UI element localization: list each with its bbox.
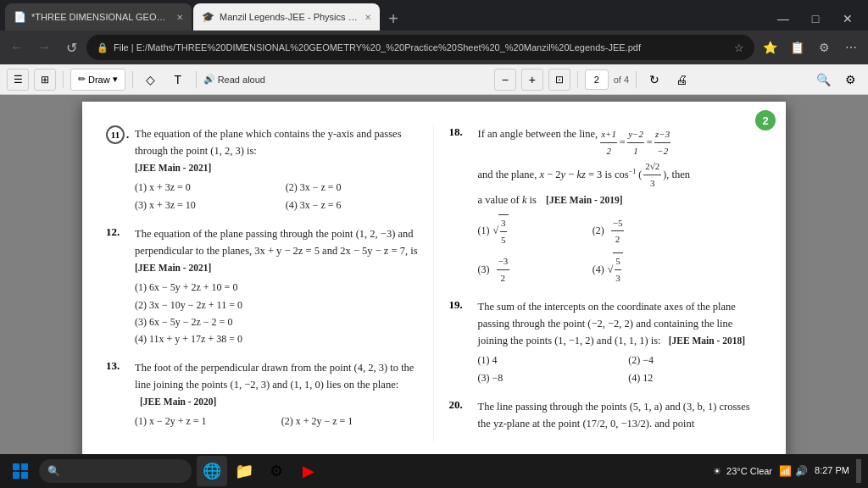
- time-display: 8:27 PM: [815, 464, 849, 477]
- pdf-viewer: 2 11. The equation of the plane which co…: [0, 95, 868, 488]
- q12-opt4: (4) 11x + y + 17z + 38 = 0: [135, 331, 420, 347]
- svg-rect-3: [21, 472, 28, 479]
- search-icon: 🔍: [47, 465, 60, 477]
- q11-opt3: (3) x + 3z = 10: [135, 197, 269, 214]
- q13-number: 13.: [106, 359, 130, 373]
- weather-temp: 23°C Clear: [726, 466, 772, 476]
- address-text: File | E:/Maths/THREE%20DIMENSIONAL%20GE…: [114, 42, 729, 53]
- tab-2-icon: 🎓: [202, 11, 214, 23]
- collections-button[interactable]: 📋: [785, 36, 809, 59]
- question-11: 11. The equation of the plane which cont…: [106, 125, 420, 214]
- question-18: 18. If an angle between the line, x+1 2: [449, 125, 763, 286]
- q13-opt1: (1) x − 2y + z = 1: [135, 413, 273, 430]
- q18-source: [JEE Main - 2019]: [546, 195, 622, 205]
- network-icon: 📶: [779, 465, 792, 477]
- favorites-button[interactable]: ⭐: [758, 36, 782, 59]
- eraser-button[interactable]: ◇: [140, 69, 162, 91]
- start-button[interactable]: [7, 458, 34, 485]
- clock[interactable]: 8:27 PM: [815, 464, 849, 477]
- q11-source: [JEE Main - 2021]: [135, 163, 211, 173]
- taskbar-app-explorer[interactable]: 📁: [229, 456, 259, 486]
- forward-button[interactable]: →: [32, 36, 56, 59]
- tab-2-close[interactable]: ✕: [364, 13, 371, 22]
- q20-and-point: and point: [654, 418, 694, 430]
- q18-opt2: (2) −52: [593, 215, 690, 247]
- minimize-button[interactable]: —: [768, 7, 798, 30]
- q12-source: [JEE Main - 2021]: [135, 263, 211, 273]
- tab-1-icon: 📄: [14, 11, 26, 23]
- q19-opt3: (3) −8: [478, 370, 612, 386]
- thumbnail-button[interactable]: ⊞: [34, 69, 56, 91]
- q13-opt2: (2) x + 2y − z = 1: [281, 413, 420, 430]
- tab-2[interactable]: 🎓 Manzil Legends-JEE - Physics Wa ✕: [193, 3, 380, 30]
- q19-number: 19.: [449, 298, 473, 312]
- tab-1-close[interactable]: ✕: [176, 13, 183, 22]
- svg-rect-2: [13, 472, 19, 479]
- q11-opt1: (1) x + 3z = 0: [135, 180, 269, 196]
- new-tab-button[interactable]: +: [381, 7, 405, 30]
- settings-button[interactable]: ⚙: [812, 36, 836, 59]
- q18-opt3: (3) −32: [478, 253, 576, 286]
- svg-rect-0: [13, 463, 19, 470]
- q11-opt4: (4) 3x − z = 6: [286, 197, 420, 214]
- taskbar-search[interactable]: 🔍: [39, 459, 192, 483]
- q12-opt3: (3) 6x − 5y − 2z − 2 = 0: [135, 314, 420, 330]
- q13-text: The foot of the perpendicular drawn from…: [135, 362, 414, 391]
- q11-text: The equation of the plane which contains…: [135, 128, 402, 157]
- back-button[interactable]: ←: [5, 36, 29, 59]
- q20-number: 20.: [449, 398, 473, 412]
- folder-icon: 📁: [235, 462, 253, 480]
- zoom-out-button[interactable]: −: [494, 69, 516, 91]
- search-pdf-button[interactable]: 🔍: [812, 69, 834, 91]
- q18-intro: If an angle between the line,: [478, 128, 598, 140]
- q12-opt1: (1) 6x − 5y + 2z + 10 = 0: [135, 280, 420, 296]
- taskbar-app-settings[interactable]: ⚙: [261, 456, 292, 486]
- q20-point: (17/2, 0, −13/2).: [582, 418, 652, 430]
- q19-source: [JEE Main - 2018]: [669, 336, 745, 346]
- question-12: 12. The equation of the plane passing th…: [106, 225, 420, 347]
- page-badge: 2: [755, 110, 776, 130]
- taskbar-app-youtube[interactable]: ▶: [293, 456, 324, 486]
- q19-opt2: (2) −4: [628, 352, 762, 369]
- q11-opt2: (2) 3x − z = 0: [286, 180, 420, 196]
- weather-icon: ☀: [713, 466, 721, 477]
- speaker-icon: 🔊: [203, 74, 215, 85]
- q11-number: 11.: [106, 125, 130, 144]
- q18-then: then: [671, 169, 690, 180]
- print-button[interactable]: 🖨: [670, 69, 693, 91]
- question-20: 20. The line passing through the points …: [449, 398, 763, 432]
- maximize-button[interactable]: □: [800, 7, 831, 30]
- q18-avalueof: a value of k is: [478, 194, 537, 206]
- taskbar: 🔍 🌐 📁 ⚙ ▶ ☀ 23°C Clear 📶 🔊: [0, 454, 868, 488]
- read-aloud-button[interactable]: 🔊 Read aloud: [203, 69, 265, 91]
- question-13: 13. The foot of the perpendicular drawn …: [106, 359, 420, 430]
- page-number-input[interactable]: [585, 69, 609, 90]
- more-tools-button[interactable]: ⚙: [839, 69, 861, 91]
- address-bar[interactable]: 🔒 File | E:/Maths/THREE%20DIMENSIONAL%20…: [86, 35, 754, 60]
- tab-1[interactable]: 📄 *THREE DIMENSIONAL GEOMET ✕: [5, 3, 192, 30]
- refresh-button[interactable]: ↺: [59, 36, 83, 59]
- show-desktop-button[interactable]: [856, 459, 861, 483]
- tab-1-label: *THREE DIMENSIONAL GEOMET: [31, 12, 171, 22]
- star-icon[interactable]: ☆: [734, 42, 744, 54]
- q18-plane: and the plane, x − 2y − kz = 3 is cos−1: [478, 169, 637, 180]
- edge-icon: 🌐: [203, 462, 221, 480]
- fit-page-button[interactable]: ⊡: [548, 69, 570, 91]
- close-button[interactable]: ✕: [832, 7, 863, 30]
- q18-opt1: (1) √35: [478, 214, 576, 247]
- draw-button[interactable]: ✏ Draw ▾: [70, 69, 125, 91]
- sidebar-toggle-button[interactable]: ☰: [7, 69, 29, 91]
- pdf-page: 2 11. The equation of the plane which co…: [82, 102, 786, 481]
- rotate-button[interactable]: ↻: [643, 69, 665, 91]
- taskbar-app-edge[interactable]: 🌐: [197, 456, 227, 486]
- svg-rect-1: [21, 463, 28, 470]
- q19-opt1: (1) 4: [478, 352, 612, 369]
- lock-icon: 🔒: [97, 42, 108, 53]
- read-aloud-label: Read aloud: [218, 75, 265, 85]
- zoom-in-button[interactable]: +: [521, 69, 543, 91]
- page-total: of 4: [614, 75, 629, 85]
- system-tray[interactable]: ☀ 23°C Clear: [713, 466, 772, 477]
- tray-icons[interactable]: 📶 🔊: [779, 465, 808, 477]
- more-button[interactable]: ⋯: [839, 36, 863, 59]
- highlight-button[interactable]: T: [167, 69, 189, 91]
